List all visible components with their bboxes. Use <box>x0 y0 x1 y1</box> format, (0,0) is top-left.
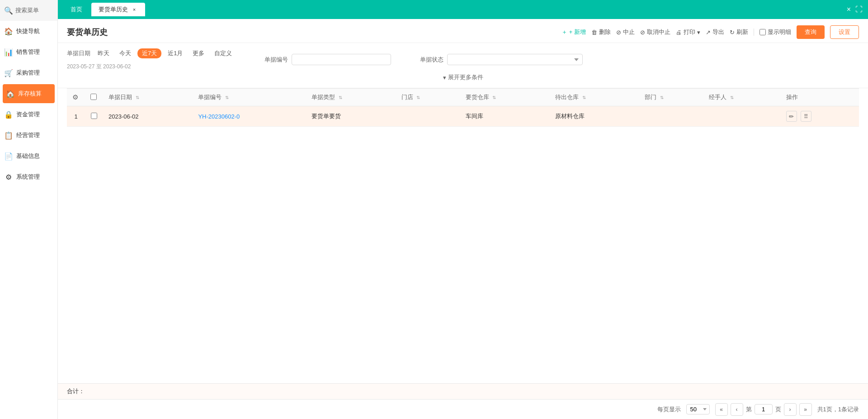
tab-home-label: 首页 <box>71 5 82 14</box>
bill-no-input[interactable] <box>292 54 391 65</box>
page-number-input[interactable] <box>755 404 773 414</box>
delete-icon: 🗑 <box>591 29 597 36</box>
display-detail-checkbox[interactable]: 显示明细 <box>760 28 791 36</box>
th-bill-type[interactable]: 单据类型 <box>306 89 396 106</box>
basic-info-icon: 📄 <box>5 152 13 160</box>
th-date[interactable]: 单据日期 <box>103 89 193 106</box>
refresh-button[interactable]: ↻ 刷新 <box>730 28 748 36</box>
th-req-warehouse[interactable]: 要货仓库 <box>460 89 550 106</box>
th-action: 操作 <box>781 89 859 106</box>
expand-more-button[interactable]: ▾ 展开更多条件 <box>443 73 483 81</box>
table-header: ⚙ 单据日期 单据编号 <box>67 89 859 106</box>
sort-dept-icon <box>660 95 664 100</box>
row-checkbox[interactable] <box>91 113 97 119</box>
sidebar-item-basic-info[interactable]: 📄 基础信息 <box>0 146 57 167</box>
total-info: 共1页，1条记录 <box>817 405 859 414</box>
new-icon: ＋ <box>561 28 567 36</box>
sort-handler-icon <box>730 95 734 100</box>
th-dept[interactable]: 部门 <box>639 89 703 106</box>
select-all-checkbox[interactable] <box>90 94 97 100</box>
row-actions: ✏ ⠿ <box>781 106 859 127</box>
cancel-stop-icon: ⊘ <box>640 29 645 36</box>
system-icon: ⚙ <box>5 173 13 181</box>
sidebar-item-label: 快捷导航 <box>16 27 40 35</box>
date-range-display: 2023-05-27 至 2023-06-02 <box>67 63 131 71</box>
last-page-button[interactable]: » <box>799 403 812 416</box>
settings-gear-icon[interactable]: ⚙ <box>72 93 78 101</box>
sidebar-item-sales[interactable]: 📊 销售管理 <box>0 42 57 62</box>
sidebar-item-label: 库存核算 <box>18 90 42 98</box>
tab-requisition-history[interactable]: 要货单历史 × <box>91 3 145 16</box>
sales-icon: 📊 <box>5 48 13 56</box>
tab-home[interactable]: 首页 <box>63 3 90 16</box>
fullscreen-icon[interactable]: ⛶ <box>855 5 863 14</box>
display-detail-input[interactable] <box>760 29 766 35</box>
sidebar-item-operations[interactable]: 📋 经营管理 <box>0 125 57 146</box>
sidebar-item-label: 采购管理 <box>16 69 40 77</box>
export-button[interactable]: ↗ 导出 <box>706 28 724 36</box>
stop-button[interactable]: ⊘ 中止 <box>616 28 635 36</box>
close-window-icon[interactable]: × <box>847 5 851 14</box>
th-settings[interactable]: ⚙ <box>67 89 85 106</box>
sort-bill-type-icon <box>339 95 342 100</box>
row-edit-button[interactable]: ✏ <box>786 111 797 122</box>
next-page-button[interactable]: › <box>784 403 797 416</box>
date-btn-custom[interactable]: 自定义 <box>211 48 236 58</box>
sort-store-icon <box>416 95 420 100</box>
bill-no-link[interactable]: YH-20230602-0 <box>198 113 240 120</box>
row-store <box>396 106 460 127</box>
sort-date-icon <box>136 95 139 100</box>
export-label: 导出 <box>712 28 724 36</box>
page-nav: « ‹ 第 页 › » <box>715 403 812 416</box>
sidebar-item-inventory[interactable]: 🏠 库存核算 <box>3 84 55 103</box>
tab-requisition-label: 要货单历史 <box>99 5 128 14</box>
row-handler <box>703 106 780 127</box>
main-area: 首页 要货单历史 × × ⛶ 要货单历史 ＋ + 新增 🗑 删除 <box>58 0 868 419</box>
th-bill-no[interactable]: 单据编号 <box>193 89 306 106</box>
date-btn-yesterday[interactable]: 昨天 <box>94 48 113 58</box>
prev-page-button[interactable]: ‹ <box>731 403 743 416</box>
chevron-down-icon: ▾ <box>443 74 446 81</box>
search-icon: 🔍 <box>5 6 13 14</box>
th-checkbox[interactable] <box>85 89 103 106</box>
new-label: + 新增 <box>569 28 586 36</box>
page-title: 要货单历史 <box>67 27 108 38</box>
th-pending-warehouse[interactable]: 待出仓库 <box>550 89 639 106</box>
home-icon: 🏠 <box>5 27 13 35</box>
toolbar-divider <box>754 29 754 36</box>
status-select[interactable] <box>447 54 583 65</box>
date-btn-today[interactable]: 今天 <box>116 48 135 58</box>
table-body: 1 2023-06-02 YH-20230602-0 要货单要货 车间库 原材料… <box>67 106 859 127</box>
table-row: 1 2023-06-02 YH-20230602-0 要货单要货 车间库 原材料… <box>67 106 859 127</box>
sidebar-item-purchase[interactable]: 🛒 采购管理 <box>0 62 57 83</box>
filter-area: 单据日期 昨天 今天 近7天 近1月 更多 自定义 2023-05-27 至 2… <box>58 43 868 88</box>
sidebar-item-quick-nav[interactable]: 🏠 快捷导航 <box>0 21 57 42</box>
date-btn-more[interactable]: 更多 <box>189 48 208 58</box>
stop-icon: ⊘ <box>616 29 621 36</box>
query-button[interactable]: 查询 <box>797 25 825 39</box>
status-label: 单据状态 <box>420 56 443 64</box>
th-store[interactable]: 门店 <box>396 89 460 106</box>
new-button[interactable]: ＋ + 新增 <box>561 28 586 36</box>
cancel-stop-button[interactable]: ⊘ 取消中止 <box>640 28 670 36</box>
print-button[interactable]: 🖨 打印 ▾ <box>676 28 700 36</box>
sidebar-item-system[interactable]: ⚙ 系统管理 <box>0 167 57 187</box>
tab-close-icon[interactable]: × <box>131 6 138 13</box>
page-size-select[interactable]: 50 100 200 <box>686 404 710 414</box>
print-icon: 🖨 <box>676 29 682 36</box>
date-btn-1month[interactable]: 近1月 <box>164 48 186 58</box>
refresh-label: 刷新 <box>736 28 748 36</box>
settings-button[interactable]: 设置 <box>830 25 859 39</box>
row-bill-no[interactable]: YH-20230602-0 <box>193 106 306 127</box>
delete-button[interactable]: 🗑 删除 <box>591 28 611 36</box>
row-delete-button[interactable]: ⠿ <box>801 111 811 122</box>
sidebar-search[interactable]: 🔍 搜索菜单 <box>0 0 57 21</box>
display-detail-label: 显示明细 <box>768 28 791 36</box>
row-checkbox-cell[interactable] <box>85 106 103 127</box>
row-bill-type: 要货单要货 <box>306 106 396 127</box>
th-handler[interactable]: 经手人 <box>703 89 780 106</box>
first-page-button[interactable]: « <box>715 403 728 416</box>
row-pending-warehouse: 原材料仓库 <box>550 106 639 127</box>
sidebar-item-finance[interactable]: 🔒 资金管理 <box>0 104 57 125</box>
date-btn-7days[interactable]: 近7天 <box>137 48 161 58</box>
